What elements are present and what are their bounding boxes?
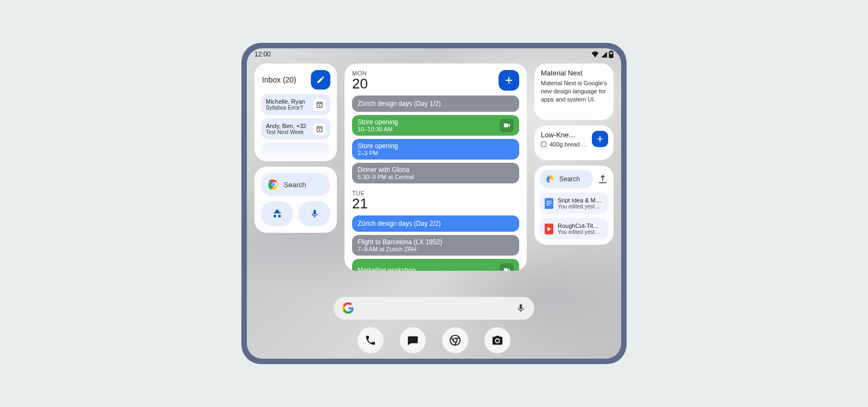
drive-search-label: Search [559,175,580,183]
add-note-button[interactable] [592,131,608,147]
file-name: Sript Idea & M… [558,197,602,204]
inbox-item[interactable]: Michelle, Ryan Syllabus Error? [261,94,330,115]
note-body: Material Next is Google's new design lan… [541,79,607,104]
svg-point-5 [272,183,274,186]
incognito-icon [272,208,283,219]
incognito-button[interactable] [261,201,293,226]
video-file-icon [545,224,553,234]
chat-icon [407,334,419,346]
video-icon [503,266,510,271]
calendar-day-header: MON 20 [352,70,368,92]
add-to-calendar-icon[interactable] [314,123,326,135]
drive-file[interactable]: RoughCut-Tit… You edited yest… [540,218,608,239]
doc-icon [545,198,553,209]
drive-widget: Search Sript Idea & M… You edited yest… [534,166,614,245]
drive-file[interactable]: Sript Idea & M… You edited yest… [540,193,608,214]
dock [247,327,621,353]
battery-icon [609,50,614,58]
video-call-button[interactable] [500,263,514,271]
home-screen: 12:00 Inbox (20) [247,48,621,359]
google-logo-icon [342,302,354,314]
file-meta: You edited yest… [558,204,602,209]
note-title: Material Next [541,69,607,77]
wifi-icon [591,51,599,58]
voice-search-button[interactable] [298,201,330,226]
chrome-icon [449,334,461,346]
calendar-event[interactable]: Flight to Barcelona (LX 1952) 7–9 AM at … [352,235,519,256]
camera-icon [492,334,503,346]
calendar-event[interactable]: Dinner with Gloria 5:30–9 PM at Central [352,163,519,183]
inbox-item[interactable]: Andy, Ben, +32 Test Next Week [261,118,330,139]
svg-rect-7 [546,201,551,201]
tablet-frame: 12:00 Inbox (20) [241,43,627,364]
status-bar: 12:00 [247,48,621,60]
add-event-button[interactable] [499,70,519,91]
mic-icon[interactable] [516,303,526,313]
phone-icon [365,334,376,346]
svg-rect-9 [546,205,550,205]
phone-app[interactable] [358,327,384,353]
mic-icon [310,209,320,219]
pencil-icon [316,75,325,84]
checkbox-icon[interactable] [541,142,546,147]
clock: 12:00 [254,50,271,58]
video-icon [503,122,510,129]
calendar-widget[interactable]: MON 20 Zürich design days (Day 1/2) Stor… [344,63,527,271]
chrome-widget: Search [254,167,337,233]
inbox-item-sender: Andy, Ben, +32 [266,123,310,129]
inbox-item-subject: Syllabus Error? [266,105,310,111]
calendar-event[interactable]: Store opening 2–3 PM [352,139,519,160]
calendar-event[interactable]: Marketing workshop [352,259,519,271]
upload-icon[interactable] [597,174,608,185]
calendar-event[interactable]: Store opening 10–10:30 AM [352,115,519,136]
inbox-widget[interactable]: Inbox (20) Michelle, Ryan Syllabus Error… [254,63,337,161]
messages-app[interactable] [400,327,426,353]
chrome-search-button[interactable]: Search [261,173,330,196]
status-icons [591,50,614,58]
svg-rect-8 [546,202,551,203]
inbox-title: Inbox (20) [262,75,296,84]
add-to-calendar-icon[interactable] [314,99,326,111]
camera-app[interactable] [484,327,510,353]
calendar-event[interactable]: Zürich design days (Day 2/2) [352,215,519,232]
plus-icon [504,75,514,85]
chrome-icon [267,179,278,190]
calendar-event[interactable]: Zürich design days (Day 1/2) [352,96,519,112]
drive-icon [545,174,555,184]
inbox-item-sender: Michelle, Ryan [266,98,310,105]
drive-search-button[interactable]: Search [540,170,593,188]
file-name: RoughCut-Tit… [558,222,600,229]
google-search-bar[interactable] [334,297,534,320]
video-call-button[interactable] [500,118,514,132]
svg-rect-0 [610,53,612,54]
note-widget[interactable]: Low-Knead B… 400g bread … [534,125,614,160]
inbox-item-subject: Test Next Week [266,129,310,135]
signal-icon [601,51,607,58]
note-widget[interactable]: Material Next Material Next is Google's … [534,63,614,120]
chrome-search-label: Search [284,181,306,189]
file-meta: You edited yest… [558,229,600,235]
chrome-app[interactable] [442,327,468,353]
calendar-day-header: TUE 21 [352,190,519,212]
note-title: Low-Knead B… [541,131,579,139]
compose-button[interactable] [311,70,330,90]
plus-icon [596,135,604,143]
